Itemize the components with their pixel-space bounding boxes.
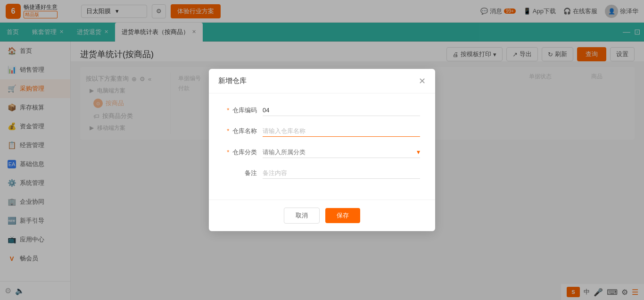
cancel-button[interactable]: 取消 <box>284 208 320 224</box>
required-star-category: * <box>227 149 229 156</box>
warehouse-category-input[interactable] <box>263 149 417 156</box>
warehouse-code-input[interactable] <box>263 105 420 116</box>
required-star-code: * <box>227 107 229 114</box>
code-label: * 仓库编码 <box>224 106 257 115</box>
category-label: * 仓库分类 <box>224 148 257 157</box>
dialog-header: 新增仓库 ✕ <box>209 69 435 93</box>
form-row-category: * 仓库分类 ▾ <box>224 146 420 158</box>
warehouse-category-select[interactable]: ▾ <box>263 146 420 158</box>
dialog-body: * 仓库编码 * 仓库名称 * 仓库分类 <box>209 93 435 200</box>
dialog-title: 新增仓库 <box>218 76 247 85</box>
name-label: * 仓库名称 <box>224 127 257 135</box>
dialog-footer: 取消 保存 <box>209 200 435 231</box>
form-row-name: * 仓库名称 <box>224 125 420 137</box>
warehouse-name-input[interactable] <box>263 125 420 137</box>
remark-label: 备注 <box>224 169 257 177</box>
form-row-remark: 备注 <box>224 167 420 179</box>
modal-overlay: 新增仓库 ✕ * 仓库编码 * 仓库名称 <box>0 0 644 300</box>
required-star-name: * <box>227 127 229 134</box>
dialog-close-button[interactable]: ✕ <box>419 77 426 85</box>
warehouse-remark-input[interactable] <box>263 167 420 179</box>
add-warehouse-dialog: 新增仓库 ✕ * 仓库编码 * 仓库名称 <box>209 69 435 231</box>
save-button[interactable]: 保存 <box>325 208 360 223</box>
select-arrow-icon: ▾ <box>417 148 420 156</box>
form-row-code: * 仓库编码 <box>224 105 420 116</box>
